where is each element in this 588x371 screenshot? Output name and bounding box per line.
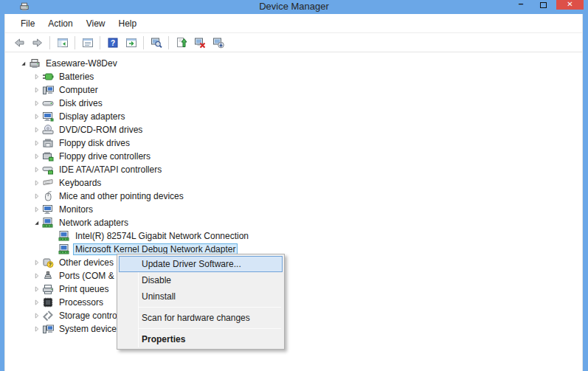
monitor-icon [42,204,54,215]
dvd-drive-icon [42,124,54,136]
tree-item-mice-and-other-pointing-devices[interactable]: Mice and other pointing devices [5,190,582,203]
device-tree: Easeware-W8DevBatteriesComputerDisk driv… [5,52,582,336]
help-button[interactable]: ? [103,35,122,51]
ide-controller-icon [42,164,54,176]
tree-item-floppy-disk-drives[interactable]: Floppy disk drives [5,136,582,150]
tree-item-display-adapters[interactable]: Display adapters [5,110,582,123]
minimize-button[interactable]: – [511,0,530,10]
network-adapter-icon [58,243,70,255]
forward-icon [32,37,44,49]
tree-item-system-devices[interactable]: System devices [5,322,582,336]
device-search-button[interactable] [147,35,165,51]
export-list-button[interactable] [122,35,140,51]
tree-item-dvd-cd-rom-drives[interactable]: DVD/CD-ROM drives [5,123,582,136]
port-icon [42,270,54,282]
maximize-button[interactable] [533,0,553,10]
tree-item-label: IDE ATA/ATAPI controllers [57,164,164,176]
expander-spacer [48,243,58,255]
storage-controller-icon [42,310,54,322]
tree-item-label: Mice and other pointing devices [57,190,186,202]
tree-item-batteries[interactable]: Batteries [5,70,582,83]
expander-collapsed-icon[interactable] [32,257,42,268]
uninstall-icon [194,37,206,49]
printer-icon [42,283,54,295]
tree-item-floppy-drive-controllers[interactable]: Floppy drive controllers [5,150,582,163]
context-menu-item-scan-for-hardware-changes[interactable]: Scan for hardware changes [119,310,283,326]
context-menu: Update Driver Software...DisableUninstal… [117,254,285,350]
tree-item-keyboards[interactable]: Keyboards [5,176,582,190]
titlebar: Device Manager – ✕ [0,0,588,14]
ide-controller-icon [42,164,54,176]
show-console-tree-button[interactable] [53,35,72,51]
expander-collapsed-icon[interactable] [32,190,42,202]
expander-collapsed-icon[interactable] [32,204,42,215]
scan-hardware-changes-button[interactable] [209,35,227,51]
expander-collapsed-icon[interactable] [32,177,42,189]
expander-collapsed-icon[interactable] [32,283,42,295]
update-driver-button[interactable] [172,35,190,51]
expander-collapsed-icon[interactable] [32,297,42,308]
expander-collapsed-icon[interactable] [32,84,42,96]
client-area: FileActionViewHelp ? Easeware-W8DevBatte… [4,14,583,371]
expander-collapsed-icon[interactable] [32,124,42,136]
tree-item-monitors[interactable]: Monitors [5,203,582,216]
properties-button[interactable] [78,35,97,51]
expander-collapsed-icon[interactable] [32,111,42,122]
expander-collapsed-icon[interactable] [32,97,42,109]
computer-icon [42,84,54,96]
context-menu-item-uninstall[interactable]: Uninstall [119,288,283,305]
expander-collapsed-icon[interactable] [32,137,42,149]
tree-item-ports-com-lpt[interactable]: Ports (COM & LPT) [5,269,582,282]
back-icon [13,37,25,49]
tree-item-disk-drives[interactable]: Disk drives [5,97,582,110]
network-adapter-icon [42,217,54,229]
tree-item-processors[interactable]: Processors [5,296,582,309]
battery-icon [42,71,54,83]
uninstall-button[interactable] [190,35,209,51]
menu-bar: FileActionViewHelp [5,14,582,33]
close-button[interactable]: ✕ [556,0,584,10]
tree-item-microsoft-kernel-debug-network-adapter[interactable]: Microsoft Kernel Debug Network Adapter [5,243,582,256]
tree-item-computer[interactable]: Computer [5,83,582,97]
toolbar-separator [143,36,144,49]
expander-collapsed-icon[interactable] [32,310,42,322]
expander-expanded-icon[interactable] [18,58,29,69]
maximize-icon [540,2,547,8]
expander-spacer [48,230,58,242]
context-menu-item-properties[interactable]: Properties [119,331,283,347]
tree-item-network-adapters[interactable]: Network adapters [5,216,582,229]
expander-collapsed-icon[interactable] [32,71,42,83]
back-button[interactable] [10,35,28,51]
expander-expanded-icon[interactable] [32,217,42,229]
device-tree-area: Easeware-W8DevBatteriesComputerDisk driv… [5,52,582,371]
context-menu-item-update-driver-software[interactable]: Update Driver Software... [119,256,283,272]
menu-view[interactable]: View [80,15,112,32]
svg-text:?: ? [49,262,52,267]
tree-item-storage-controllers[interactable]: Storage controllers [5,309,582,322]
tree-item-easeware-w8dev[interactable]: Easeware-W8Dev [5,57,582,70]
context-menu-item-disable[interactable]: Disable [119,272,283,288]
expander-collapsed-icon[interactable] [32,164,42,176]
mouse-icon [42,190,54,202]
battery-icon [42,71,54,83]
tree-item-label: Computer [57,84,100,96]
tree-item-label: Keyboards [57,177,103,189]
menu-action[interactable]: Action [41,15,79,32]
expander-collapsed-icon[interactable] [32,270,42,282]
floppy-drive-icon [42,137,54,149]
dvd-drive-icon [42,124,54,136]
expander-collapsed-icon[interactable] [32,150,42,162]
menu-help[interactable]: Help [112,15,144,32]
storage-controller-icon [42,310,54,322]
tree-item-ide-ata-atapi-controllers[interactable]: IDE ATA/ATAPI controllers [5,163,582,176]
forward-button[interactable] [28,35,46,51]
context-menu-separator [138,307,281,308]
keyboard-icon [42,177,54,189]
tree-item-intel-r-82574l-gigabit-network-connection[interactable]: Intel(R) 82574L Gigabit Network Connecti… [5,229,582,243]
tree-item-label: System devices [57,323,123,335]
tree-item-print-queues[interactable]: Print queues [5,282,582,296]
processor-icon [42,297,54,308]
expander-collapsed-icon[interactable] [32,323,42,335]
menu-file[interactable]: File [14,15,41,32]
tree-item-other-devices[interactable]: ?Other devices [5,256,582,269]
